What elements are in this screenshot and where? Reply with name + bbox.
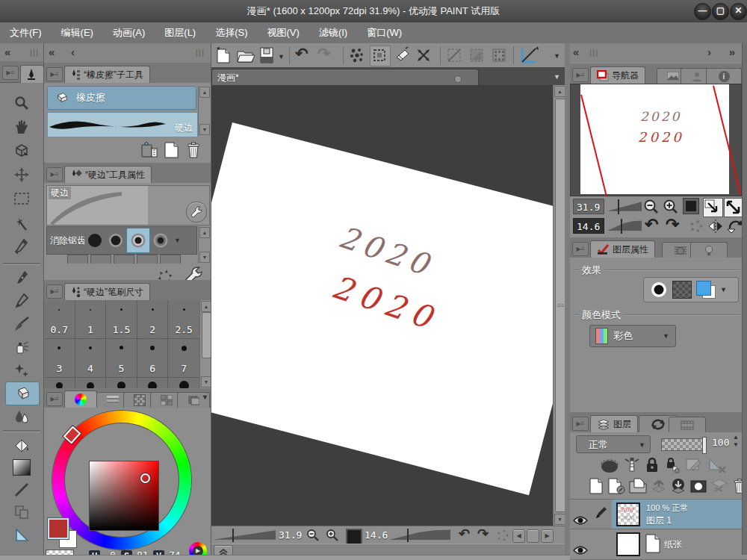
tool-decoration[interactable] — [5, 360, 38, 381]
navigator-menu-icon[interactable]: ▶≡ — [572, 68, 589, 82]
tool-figure[interactable] — [5, 479, 38, 500]
copy-subtool-button[interactable] — [140, 141, 159, 161]
layer-name[interactable]: 图层 1 — [646, 514, 672, 527]
reset-rotation-button[interactable] — [495, 528, 510, 543]
navigator-tab[interactable]: 导航器 — [590, 66, 645, 84]
zoom-slider[interactable] — [213, 529, 276, 542]
tool-fill[interactable] — [5, 435, 38, 455]
size-cell[interactable]: 6 — [137, 339, 169, 378]
tool-pencil[interactable] — [5, 290, 38, 311]
subtool-item-eraser[interactable]: 橡皮擦 — [47, 86, 196, 110]
opacity-handle[interactable] — [702, 437, 707, 454]
menu-animation[interactable]: 动画(A) — [103, 22, 155, 43]
antialias-strong-button[interactable] — [150, 229, 171, 252]
nav-actual-size-button[interactable] — [724, 198, 744, 217]
size-cell[interactable]: 4 — [75, 339, 107, 378]
layerprop-menu-icon[interactable]: ▶≡ — [572, 242, 589, 256]
subtool-brush-item[interactable]: 硬边 — [47, 112, 198, 137]
tool-eraser[interactable] — [5, 382, 40, 405]
size-cell[interactable]: 1 — [75, 300, 107, 339]
toolprop-menu-icon[interactable]: ▶≡ — [46, 167, 63, 181]
new-vector-layer-button[interactable] — [607, 477, 625, 497]
navigator-rotation-handle[interactable] — [621, 219, 622, 234]
reference-layer-button[interactable] — [624, 456, 640, 476]
nav-reset-rotation-button[interactable] — [688, 218, 704, 234]
canvas-page[interactable]: 2020 2020 — [211, 122, 553, 495]
size-cell[interactable]: 5 — [106, 339, 137, 378]
size-cell[interactable]: 3 — [44, 339, 75, 378]
size-cell[interactable] — [137, 378, 169, 388]
tool-eyedropper[interactable] — [5, 236, 38, 257]
option-chip[interactable] — [67, 255, 88, 264]
page-indicator-button[interactable] — [527, 529, 539, 543]
deselect-button[interactable] — [370, 46, 391, 66]
menu-filter[interactable]: 滤镜(I) — [309, 22, 357, 43]
zoom-slider-handle[interactable] — [232, 529, 234, 542]
rotation-slider[interactable] — [389, 529, 450, 542]
timeline-tab[interactable] — [669, 417, 706, 432]
nav-fit-button[interactable] — [684, 199, 698, 214]
scroll-up-icon[interactable]: ▲ — [199, 227, 210, 238]
collapse-left-icon[interactable]: « — [4, 43, 10, 61]
save-dropdown-icon[interactable]: ▼ — [278, 53, 285, 60]
new-layer-button[interactable] — [588, 477, 604, 497]
effect-dropdown-icon[interactable]: ▼ — [720, 286, 727, 293]
scroll-down-icon[interactable]: ▼ — [554, 514, 565, 525]
toolprop-scrollbar[interactable]: ▲ ▼ — [198, 226, 210, 264]
scroll-up-icon[interactable]: ▲ — [199, 87, 210, 98]
snap-grid-button[interactable] — [491, 47, 509, 65]
layer-row-1[interactable]: 20202020 100 % 正常 图层 1 — [570, 499, 747, 529]
tool-move[interactable] — [5, 164, 38, 185]
tool-auto-select[interactable] — [5, 212, 38, 233]
menu-layer[interactable]: 图层(L) — [155, 22, 205, 43]
toolprop-tab[interactable]: “硬边”工具属性 — [64, 166, 152, 183]
tool-tab[interactable] — [20, 65, 44, 83]
size-cell[interactable]: 7 — [168, 339, 199, 378]
navigator-zoom-value[interactable]: 31.9 — [573, 199, 604, 214]
rotation-slider-handle[interactable] — [407, 529, 409, 542]
option-chip[interactable] — [90, 255, 111, 264]
antialias-middle-button[interactable] — [126, 228, 150, 253]
nav-zoom-out-button[interactable] — [643, 199, 660, 215]
minimize-button[interactable]: — — [694, 3, 711, 20]
nav-rotate-cw-icon[interactable]: ↷ — [666, 215, 679, 234]
tool-selection[interactable] — [5, 188, 38, 209]
nav-flip-horizontal-button[interactable] — [707, 218, 724, 234]
pen-pressure-button[interactable] — [519, 46, 540, 65]
option-chip[interactable] — [160, 255, 181, 264]
antialias-none-button[interactable] — [84, 229, 105, 252]
snap-special-ruler-button[interactable] — [468, 47, 486, 65]
lightbulb-tab[interactable] — [690, 242, 728, 258]
fit-to-screen-button[interactable] — [346, 529, 362, 545]
brushsize-menu-icon[interactable]: ▶≡ — [46, 284, 63, 299]
border-effect-icon[interactable] — [650, 281, 668, 299]
rotation-value[interactable]: 14.6 — [365, 529, 388, 541]
layer-mask-button[interactable] — [689, 477, 707, 497]
layers-menu-icon[interactable]: ▶≡ — [572, 417, 589, 431]
subtool-scrollbar[interactable]: ▲ ▼ — [198, 86, 210, 136]
size-cell[interactable]: 2.5 — [168, 300, 199, 339]
page-prev-button[interactable]: ◀ — [512, 529, 525, 543]
lock-transparent-button[interactable] — [664, 456, 681, 476]
color-wheel-tab[interactable] — [64, 391, 97, 408]
page-next-button[interactable]: ▶ — [541, 529, 554, 543]
opacity-slider[interactable] — [661, 438, 706, 451]
tool-frame[interactable] — [5, 502, 38, 523]
navigator-rotation-slider[interactable] — [607, 220, 642, 233]
ruler-visibility-button[interactable] — [707, 456, 727, 476]
size-cell[interactable] — [75, 378, 107, 388]
layers-tab[interactable]: 图层 — [590, 415, 638, 432]
antialias-dropdown-icon[interactable]: ▼ — [174, 237, 181, 244]
panel-grip-icon[interactable]: ||| — [589, 43, 598, 61]
opacity-spinner[interactable]: ▲▼ — [733, 434, 739, 449]
transform-button[interactable] — [415, 46, 433, 64]
brushsize-scrollbar[interactable]: ▲ ▼ — [199, 300, 211, 388]
layerprop-tab[interactable]: 图层属性 — [590, 240, 655, 258]
back-arrow-icon[interactable]: ‹ — [71, 43, 75, 61]
new-file-button[interactable] — [215, 46, 233, 64]
blend-mode-dropdown[interactable]: 正常 ▼ — [576, 435, 651, 453]
navigator-zoom-slider[interactable] — [607, 200, 642, 214]
scrollbar-thumb[interactable] — [202, 312, 211, 358]
tool-airbrush[interactable] — [5, 337, 38, 358]
zoom-out-button[interactable] — [306, 528, 322, 543]
